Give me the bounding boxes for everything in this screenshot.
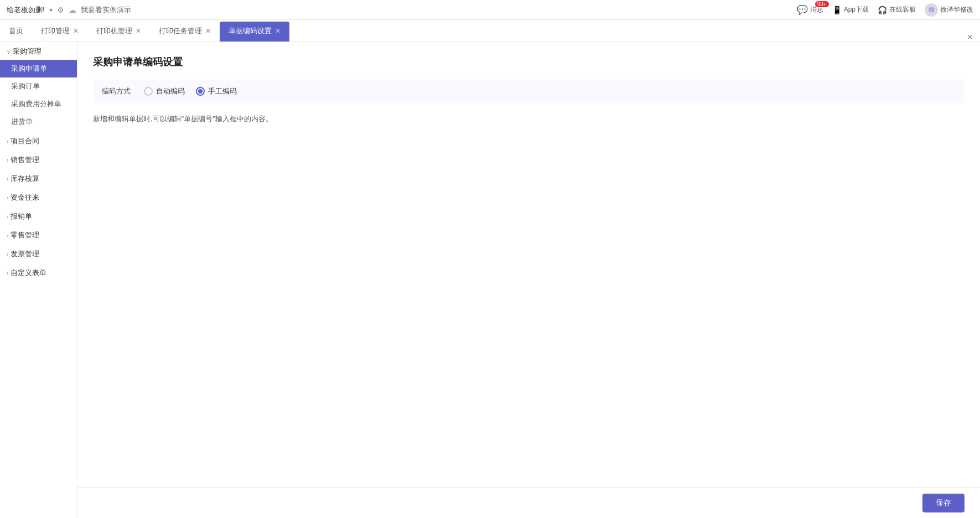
sidebar-item-purchase-receipt-label: 进货单 bbox=[11, 117, 33, 126]
chevron-right-icon-6: › bbox=[7, 232, 8, 239]
message-button[interactable]: 💬 消息 99+ bbox=[797, 4, 823, 15]
tab-print-mgmt[interactable]: 打印管理 ✕ bbox=[32, 22, 87, 42]
app-download-label: App下载 bbox=[844, 5, 869, 14]
chevron-down-icon: ∨ bbox=[7, 49, 11, 55]
encoding-label: 编码方式 bbox=[102, 86, 131, 96]
online-service-label: 在线客服 bbox=[889, 5, 916, 14]
sidebar-item-purchase-expense-label: 采购费用分摊单 bbox=[11, 100, 61, 108]
page-title: 采购申请单编码设置 bbox=[93, 55, 965, 69]
app-download-icon: 📱 bbox=[832, 6, 842, 14]
sidebar-group-sales-mgmt-title[interactable]: › 销售管理 bbox=[0, 151, 77, 168]
sidebar-group-inventory-title[interactable]: › 库存核算 bbox=[0, 169, 77, 187]
top-bar-right: 💬 消息 99+ 📱 App下载 🎧 在线客服 徐 徐泽华修改 bbox=[797, 3, 973, 17]
sidebar-group-capital-flow: › 资金往来 bbox=[0, 188, 77, 206]
sidebar-group-custom-forms: › 自定义表单 bbox=[0, 263, 77, 281]
tab-print-task-mgmt-label: 打印任务管理 bbox=[159, 26, 202, 36]
sidebar-group-project-contract: › 项目合同 bbox=[0, 132, 77, 149]
demo-link[interactable]: 我要看实例演示 bbox=[81, 5, 131, 15]
sidebar-group-return-goods: › 报销单 bbox=[0, 207, 77, 225]
cloud-icon: ☁ bbox=[69, 6, 76, 14]
message-icon: 💬 bbox=[797, 4, 808, 15]
chevron-right-icon-8: › bbox=[7, 270, 8, 276]
message-badge: 99+ bbox=[815, 1, 829, 7]
sidebar-group-custom-forms-title[interactable]: › 自定义表单 bbox=[0, 263, 77, 281]
demo-link-text: 我要看实例演示 bbox=[81, 5, 131, 15]
sidebar-group-retail-mgmt-title[interactable]: › 零售管理 bbox=[0, 226, 77, 244]
tab-home-label: 首页 bbox=[9, 26, 23, 36]
sidebar-group-custom-forms-label: 自定义表单 bbox=[11, 268, 46, 278]
radio-group: 自动编码 手工编码 bbox=[144, 86, 237, 96]
chevron-right-icon: › bbox=[7, 138, 8, 144]
tab-single-code-settings-label: 单据编码设置 bbox=[229, 26, 272, 36]
sidebar-item-purchase-requisition[interactable]: 采购申请单 bbox=[0, 60, 77, 77]
chevron-right-icon-4: › bbox=[7, 195, 8, 201]
sidebar-item-purchase-expense[interactable]: 采购费用分摊单 bbox=[0, 95, 77, 113]
save-button[interactable]: 保存 bbox=[922, 494, 965, 512]
user-name: 徐泽华修改 bbox=[940, 5, 973, 14]
tab-print-mgmt-label: 打印管理 bbox=[41, 26, 70, 36]
chevron-right-icon-7: › bbox=[7, 251, 8, 257]
sidebar-group-return-goods-title[interactable]: › 报销单 bbox=[0, 207, 77, 225]
sidebar-group-return-goods-label: 报销单 bbox=[11, 211, 32, 221]
encoding-section: 编码方式 自动编码 手工编码 bbox=[93, 80, 965, 103]
tab-printer-mgmt-label: 打印机管理 bbox=[96, 26, 132, 36]
tab-printer-mgmt[interactable]: 打印机管理 ✕ bbox=[87, 22, 150, 42]
radio-manual-code-circle bbox=[196, 87, 205, 96]
online-service-button[interactable]: 🎧 在线客服 bbox=[878, 5, 916, 14]
sidebar-group-purchase-mgmt-label: 采购管理 bbox=[13, 46, 42, 56]
close-all-icon: ✕ bbox=[967, 33, 973, 42]
radio-auto-code-label: 自动编码 bbox=[156, 86, 185, 96]
radio-manual-code[interactable]: 手工编码 bbox=[196, 86, 237, 96]
tab-bar-close-all[interactable]: ✕ bbox=[960, 33, 980, 42]
hint-text: 新增和编辑单据时,可以编辑"单据编号"输入框中的内容。 bbox=[93, 114, 965, 124]
sidebar-group-invoice-mgmt: › 发票管理 bbox=[0, 245, 77, 262]
sidebar-group-purchase-mgmt-title[interactable]: ∨ 采购管理 bbox=[0, 42, 77, 60]
service-icon: 🎧 bbox=[878, 6, 887, 14]
chevron-right-icon-5: › bbox=[7, 214, 8, 220]
content-area: 采购申请单编码设置 编码方式 自动编码 手工编码 新增和编 bbox=[77, 42, 980, 518]
sidebar-group-inventory: › 库存核算 bbox=[0, 169, 77, 187]
chevron-right-icon-2: › bbox=[7, 157, 8, 163]
sidebar-group-purchase-mgmt: ∨ 采购管理 采购申请单 采购订单 采购费用分摊单 进货单 bbox=[0, 42, 77, 131]
top-bar: 给老板勿删! ▾ ⚙ ☁ 我要看实例演示 💬 消息 99+ 📱 App下载 🎧 … bbox=[0, 0, 980, 20]
sidebar-group-invoice-mgmt-label: 发票管理 bbox=[11, 249, 39, 259]
tab-single-code-settings-close[interactable]: ✕ bbox=[275, 27, 281, 35]
tab-print-task-mgmt[interactable]: 打印任务管理 ✕ bbox=[150, 22, 220, 42]
chevron-right-icon-3: › bbox=[7, 176, 8, 182]
tab-print-task-mgmt-close[interactable]: ✕ bbox=[205, 27, 211, 35]
sidebar-group-project-contract-title[interactable]: › 项目合同 bbox=[0, 132, 77, 149]
sidebar-item-purchase-requisition-label: 采购申请单 bbox=[11, 64, 47, 72]
sidebar-group-sales-mgmt: › 销售管理 bbox=[0, 151, 77, 168]
settings-icon[interactable]: ⚙ bbox=[57, 6, 64, 14]
radio-auto-code-circle bbox=[144, 87, 153, 96]
sidebar-group-invoice-mgmt-title[interactable]: › 发票管理 bbox=[0, 245, 77, 262]
sidebar-group-inventory-label: 库存核算 bbox=[11, 174, 39, 184]
top-bar-left: 给老板勿删! ▾ ⚙ ☁ 我要看实例演示 bbox=[7, 5, 788, 15]
dropdown-icon[interactable]: ▾ bbox=[49, 6, 53, 14]
tab-bar: 首页 打印管理 ✕ 打印机管理 ✕ 打印任务管理 ✕ 单据编码设置 ✕ ✕ bbox=[0, 20, 980, 42]
sidebar-item-purchase-order-label: 采购订单 bbox=[11, 82, 40, 90]
tab-printer-mgmt-close[interactable]: ✕ bbox=[136, 27, 141, 35]
sidebar-item-purchase-receipt[interactable]: 进货单 bbox=[0, 113, 77, 131]
user-profile[interactable]: 徐 徐泽华修改 bbox=[925, 3, 973, 17]
main-layout: ∨ 采购管理 采购申请单 采购订单 采购费用分摊单 进货单 › 项目合同 bbox=[0, 42, 980, 518]
sidebar-group-retail-mgmt: › 零售管理 bbox=[0, 226, 77, 244]
sidebar: ∨ 采购管理 采购申请单 采购订单 采购费用分摊单 进货单 › 项目合同 bbox=[0, 42, 77, 518]
app-download-button[interactable]: 📱 App下载 bbox=[832, 5, 869, 14]
tab-single-code-settings[interactable]: 单据编码设置 ✕ bbox=[220, 22, 289, 42]
radio-manual-code-label: 手工编码 bbox=[208, 86, 237, 96]
content-inner: 采购申请单编码设置 编码方式 自动编码 手工编码 新增和编 bbox=[77, 42, 980, 487]
sidebar-item-purchase-order[interactable]: 采购订单 bbox=[0, 77, 77, 95]
avatar: 徐 bbox=[925, 3, 938, 17]
tab-print-mgmt-close[interactable]: ✕ bbox=[73, 27, 79, 35]
sidebar-group-sales-mgmt-label: 销售管理 bbox=[11, 155, 39, 165]
app-title: 给老板勿删! bbox=[7, 5, 45, 15]
sidebar-group-capital-flow-label: 资金往来 bbox=[11, 193, 39, 203]
content-footer: 保存 bbox=[77, 487, 980, 518]
sidebar-group-capital-flow-title[interactable]: › 资金往来 bbox=[0, 188, 77, 206]
tab-home[interactable]: 首页 bbox=[0, 22, 32, 42]
radio-auto-code[interactable]: 自动编码 bbox=[144, 86, 185, 96]
sidebar-group-project-contract-label: 项目合同 bbox=[11, 136, 39, 146]
sidebar-group-retail-mgmt-label: 零售管理 bbox=[11, 230, 39, 240]
